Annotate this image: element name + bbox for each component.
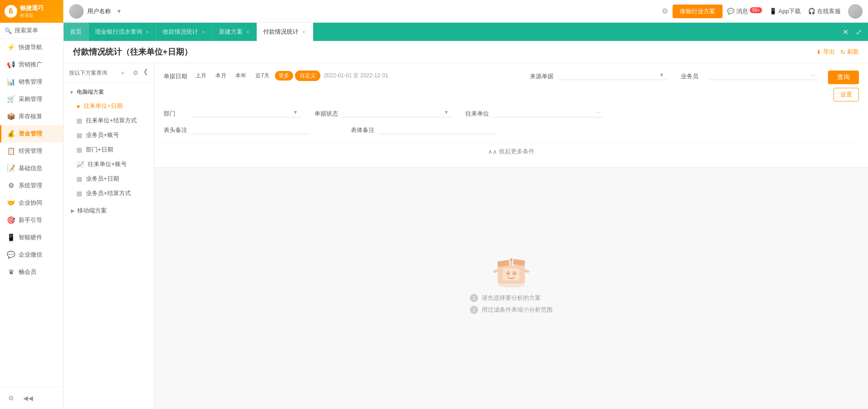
- guide-icon: 🎯: [7, 216, 15, 224]
- sales-icon: 📊: [7, 78, 15, 86]
- collapse-bar[interactable]: ∧∧ 收起更多条件: [164, 142, 859, 160]
- sidebar-search[interactable]: 🔍 搜索菜单: [0, 23, 63, 39]
- scheme-item-unit-date-label: 往来单位+日期: [84, 102, 123, 110]
- online-service-btn[interactable]: 🎧 在线客服: [808, 7, 841, 15]
- profile-dropdown-icon[interactable]: ▼: [116, 8, 122, 15]
- staff-more-btn[interactable]: ···: [811, 72, 815, 78]
- header-note-input[interactable]: [192, 124, 310, 134]
- scheme-item-staff-settlement[interactable]: ▦ 业务员+结算方式: [64, 186, 154, 201]
- sidebar-item-wechat[interactable]: 💬 企业微信: [0, 246, 63, 263]
- sidebar-item-sales[interactable]: 📊 销售管理: [0, 73, 63, 91]
- this-year-btn[interactable]: 本年: [232, 71, 250, 81]
- scheme-item-dept-date[interactable]: ▦ 部门+日期: [64, 142, 154, 157]
- payment-stats-close-icon[interactable]: ×: [301, 28, 306, 35]
- receipt-stats-close-icon[interactable]: ×: [201, 28, 205, 35]
- scheme-header-label: 按以下方案查询: [69, 69, 107, 77]
- scheme-settings-btn[interactable]: ⚙: [130, 68, 140, 78]
- sidebar-item-hardware[interactable]: 📱 智能硬件: [0, 229, 63, 246]
- result-area: 1 请先选择要分析的方案 2 用过滤条件来缩小分析范围: [155, 168, 868, 409]
- scheme-item-unit-settlement-label: 往来单位+结算方式: [86, 116, 137, 125]
- search-icon: 🔍: [5, 27, 12, 34]
- scheme-group-mobile-header[interactable]: ▶ 移动端方案: [64, 203, 154, 218]
- sidebar-item-purchase[interactable]: 🛒 采购管理: [0, 91, 63, 108]
- sidebar-item-inventory[interactable]: 📦 库存核算: [0, 108, 63, 125]
- new-scheme-close-icon[interactable]: ×: [245, 28, 250, 35]
- maximize-btn[interactable]: ⤢: [854, 26, 863, 38]
- sidebar-item-guide[interactable]: 🎯 新手引导: [0, 212, 63, 229]
- message-icon: 💬: [727, 8, 734, 15]
- refresh-btn[interactable]: ↻ 刷新: [840, 48, 859, 56]
- source-select[interactable]: ▼: [558, 71, 667, 80]
- app-icon: 📱: [769, 8, 777, 15]
- inventory-icon: 📦: [7, 112, 15, 121]
- user-avatar[interactable]: [848, 4, 863, 19]
- sidebar-subtitle: 标准版: [20, 12, 44, 19]
- scheme-item-staff-account[interactable]: ▦ 业务员+账号: [64, 128, 154, 142]
- scheme-item-staff-date[interactable]: ▦ 业务员+日期: [64, 172, 154, 186]
- tab-bank-flow[interactable]: 现金银行流水查询 ×: [89, 23, 156, 41]
- table-icon-5: ▦: [76, 190, 82, 197]
- scheme-group-desktop-label: 电脑端方案: [77, 88, 104, 96]
- table-icon-2: ▦: [76, 131, 82, 139]
- bank-flow-tab-label: 现金银行流水查询: [95, 28, 142, 36]
- scheme-item-unit-settlement[interactable]: ▦ 往来单位+结算方式: [64, 113, 154, 128]
- sidebar-item-operations[interactable]: 📋 经营管理: [0, 142, 63, 160]
- svg-point-10: [510, 258, 513, 261]
- tab-new-scheme[interactable]: 新建方案 ×: [213, 23, 257, 41]
- counterparty-more-btn[interactable]: ···: [595, 109, 600, 116]
- body-note-input[interactable]: [379, 124, 497, 134]
- sidebar-item-basic[interactable]: 📝 基础信息: [0, 160, 63, 177]
- filter-settings-btn[interactable]: 设置: [833, 88, 859, 101]
- export-btn[interactable]: ⬇ 导出: [816, 48, 835, 56]
- sidebar-item-vip[interactable]: ♛ 畅会员: [0, 263, 63, 281]
- staff-select[interactable]: ···: [709, 71, 818, 80]
- voucher-status-select[interactable]: ▼: [343, 108, 452, 117]
- tab-receipt-stats[interactable]: 收款情况统计 ×: [156, 23, 212, 41]
- app-download-btn[interactable]: 📱 App下载: [769, 7, 801, 15]
- settings-bottom-btn[interactable]: ⚙: [5, 392, 17, 404]
- sidebar-item-quick-nav[interactable]: ⚡ 快捷导航: [0, 39, 63, 56]
- wechat-icon: 💬: [7, 251, 15, 259]
- more-dates-btn[interactable]: 更多: [275, 71, 293, 81]
- active-scheme-icon: ●: [76, 102, 80, 110]
- right-panel: 单据日期 上月 本月 本年 近7天 更多 自定义 2022-01-01 至 20…: [155, 63, 868, 409]
- collapse-sidebar-btn[interactable]: ◀◀: [22, 392, 35, 404]
- query-btn[interactable]: 查询: [828, 71, 859, 84]
- app-download-label: App下载: [778, 7, 801, 15]
- sidebar-item-marketing[interactable]: 📢 营销推广: [0, 56, 63, 73]
- messages-btn[interactable]: 💬 消息 99+: [727, 7, 762, 15]
- empty-state: 1 请先选择要分析的方案 2 用过滤条件来缩小分析范围: [470, 245, 553, 332]
- last-7days-btn[interactable]: 近7天: [252, 71, 273, 81]
- sidebar-item-enterprise[interactable]: 🤝 企业协同: [0, 194, 63, 212]
- tab-payment-stats[interactable]: 付款情况统计 ×: [257, 23, 313, 41]
- notification-badge: 99+: [750, 7, 762, 13]
- add-scheme-btn[interactable]: +: [118, 68, 128, 78]
- counterparty-select[interactable]: ···: [494, 108, 603, 117]
- home-tab-label: 首页: [70, 28, 82, 36]
- chevron-down-icon: ▼: [69, 90, 74, 95]
- close-all-tabs-btn[interactable]: ✕: [841, 26, 850, 38]
- operations-icon: 📋: [7, 147, 15, 155]
- scheme-item-unit-date[interactable]: ● 往来单位+日期: [64, 99, 154, 113]
- sidebar-item-finance[interactable]: 💰 资金管理: [0, 125, 63, 142]
- sidebar-item-label: 采购管理: [19, 95, 42, 103]
- scheme-group-desktop-header[interactable]: ▼ 电脑端方案: [64, 86, 154, 99]
- last-month-btn[interactable]: 上月: [192, 71, 210, 81]
- staff-label: 业务员: [681, 71, 704, 81]
- sidebar-bottom: ⚙ ◀◀: [0, 387, 63, 409]
- custom-date-btn[interactable]: 自定义: [295, 71, 320, 81]
- scheme-collapse-btn[interactable]: ❮: [143, 68, 149, 78]
- topbar-settings-icon[interactable]: ⚙: [662, 7, 668, 15]
- svg-point-7: [507, 273, 509, 274]
- scheme-panel: 按以下方案查询 + ⚙ ❮ ▼ 电脑端方案 ● 往来单位+日期: [64, 63, 155, 409]
- dept-select[interactable]: ▼: [192, 108, 301, 117]
- page-title: 付款情况统计（往来单位+日期）: [73, 46, 192, 57]
- scheme-item-unit-account[interactable]: 📈 往来单位+账号: [64, 157, 154, 172]
- tab-home[interactable]: 首页: [64, 23, 89, 41]
- payment-stats-tab-label: 付款情况统计: [263, 28, 299, 36]
- trial-btn[interactable]: 体验行业方案: [673, 5, 723, 18]
- sidebar-item-system[interactable]: ⚙ 系统管理: [0, 177, 63, 194]
- bank-flow-close-icon[interactable]: ×: [145, 28, 150, 35]
- tabbar: 首页 现金银行流水查询 × 收款情况统计 × 新建方案 × 付款情况统计 × ✕…: [64, 23, 868, 41]
- this-month-btn[interactable]: 本月: [212, 71, 230, 81]
